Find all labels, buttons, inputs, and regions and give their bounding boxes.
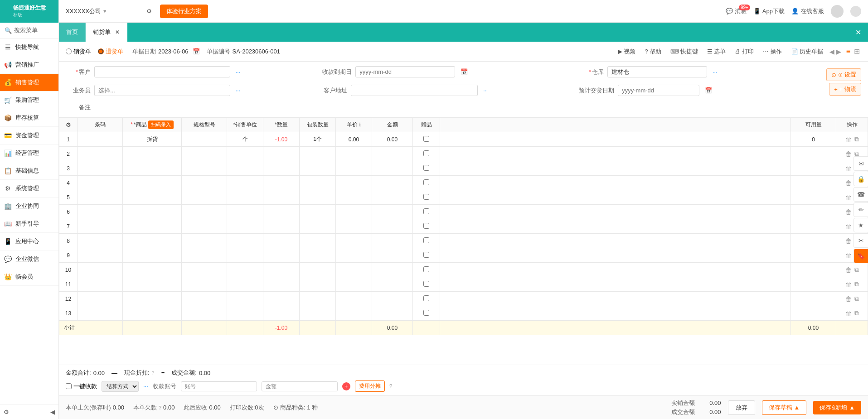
cell-qty[interactable] (263, 277, 300, 292)
toolbar-help[interactable]: ? 帮助 (642, 47, 664, 57)
tab-close-icon[interactable]: ✕ (115, 29, 120, 35)
toolbar-print[interactable]: 🖨 打印 (732, 47, 756, 57)
salesperson-input[interactable] (94, 85, 230, 96)
sidebar-item-应用中心[interactable]: 📱应用中心 (0, 233, 58, 250)
settlement-method-select[interactable]: 结算方式 (102, 381, 139, 392)
abandon-btn[interactable]: 放弃 (728, 400, 755, 415)
float-message-btn[interactable]: ✉ (853, 156, 868, 171)
payment-due-input[interactable] (355, 66, 455, 77)
next-page-icon[interactable]: ▶ (836, 48, 841, 55)
grid-view-btn[interactable]: ⊞ (853, 46, 861, 57)
user-avatar-secondary[interactable] (850, 6, 861, 17)
cell-goods[interactable] (123, 306, 182, 321)
cell-qty[interactable] (263, 176, 300, 190)
sidebar-item-资金管理[interactable]: 💳资金管理 (0, 127, 58, 144)
customer-address-input[interactable] (351, 85, 478, 96)
sidebar-item-营销推广[interactable]: 📢营销推广 (0, 56, 58, 74)
settings-action-btn[interactable]: ⊙ ⊙ 设置 (826, 68, 861, 81)
calendar-icon[interactable]: 📅 (193, 48, 200, 55)
save-new-btn[interactable]: 保存&新增 ▲ (813, 401, 861, 414)
customer-input[interactable] (94, 66, 230, 77)
cell-qty[interactable] (263, 306, 300, 321)
app-download-btn[interactable]: 📱 App下载 (753, 7, 785, 15)
float-star-btn[interactable]: ★ (853, 218, 868, 232)
sidebar-item-企业协同[interactable]: 🏢企业协同 (0, 197, 58, 215)
online-support-btn[interactable]: 👤 在线客服 (791, 7, 824, 15)
cell-goods[interactable] (123, 190, 182, 205)
logistics-action-btn[interactable]: + + 物流 (829, 83, 861, 96)
cell-gift[interactable] (413, 248, 440, 263)
cell-qty[interactable]: -1.00 (263, 132, 300, 147)
toolbar-history[interactable]: 📄 历史单据 (788, 47, 826, 57)
cell-gift[interactable] (413, 147, 440, 161)
prev-page-icon[interactable]: ◀ (829, 48, 834, 55)
delete-icon[interactable]: 🗑 (845, 281, 852, 288)
cell-goods[interactable] (123, 147, 182, 161)
toolbar-video[interactable]: ▶ 视频 (615, 47, 638, 57)
sidebar-item-企业微信[interactable]: 💬企业微信 (0, 250, 58, 268)
delete-icon[interactable]: 🗑 (845, 252, 852, 259)
delivery-calendar-icon[interactable]: 📅 (705, 87, 712, 94)
cell-qty[interactable] (263, 190, 300, 205)
customer-expand-icon[interactable]: ··· (236, 69, 240, 75)
delete-icon[interactable]: 🗑 (845, 310, 852, 317)
delete-icon[interactable]: 🗑 (845, 194, 852, 201)
sidebar-item-经营管理[interactable]: 📊经营管理 (0, 144, 58, 162)
sidebar-item-库存核算[interactable]: 📦库存核算 (0, 109, 58, 127)
delete-icon[interactable]: 🗑 (845, 223, 852, 230)
cell-qty[interactable] (263, 205, 300, 219)
copy-icon[interactable]: ⧉ (854, 135, 859, 143)
add-payment-btn[interactable]: + (342, 382, 350, 390)
trial-btn[interactable]: 体验行业方案 (160, 5, 208, 18)
one-click-checkbox[interactable] (66, 383, 72, 389)
cell-gift[interactable] (413, 219, 440, 234)
radio-return[interactable]: 退货单 (98, 48, 123, 56)
message-btn[interactable]: 💬 消息 99+ (726, 7, 747, 15)
one-click-payment-checkbox[interactable]: 一键收款 (66, 382, 97, 390)
tabbar-close-all[interactable]: ✕ (849, 23, 868, 42)
float-phone-btn[interactable]: ☎ (853, 187, 868, 202)
tab-sale-order[interactable]: 销货单 ✕ (86, 23, 127, 42)
sidebar-item-新手引导[interactable]: 📖新手引导 (0, 215, 58, 233)
save-draft-btn[interactable]: 保存草稿 ▲ (762, 400, 807, 415)
cell-gift[interactable] (413, 176, 440, 190)
user-avatar[interactable] (831, 5, 844, 18)
cell-gift[interactable] (413, 306, 440, 321)
delete-icon[interactable]: 🗑 (845, 237, 852, 245)
cell-qty[interactable] (263, 292, 300, 306)
delete-icon[interactable]: 🗑 (845, 150, 852, 158)
toolbar-operations[interactable]: ⋯ 操作 (760, 47, 785, 57)
float-bookmark-btn[interactable]: 🔖 (853, 249, 868, 263)
cell-gift[interactable] (413, 132, 440, 147)
cell-goods[interactable]: 拆货 (123, 132, 182, 147)
list-view-btn[interactable]: ≡ (845, 47, 852, 57)
sidebar-search[interactable]: 🔍 搜索菜单 (0, 23, 58, 39)
copy-icon[interactable]: ⧉ (854, 309, 859, 317)
sidebar-item-采购管理[interactable]: 🛒采购管理 (0, 92, 58, 109)
cell-goods[interactable] (123, 161, 182, 176)
delete-icon[interactable]: 🗑 (845, 136, 852, 143)
settlement-expand-icon[interactable]: ··· (143, 383, 148, 390)
cell-goods[interactable] (123, 234, 182, 248)
cell-gift[interactable] (413, 161, 440, 176)
cell-goods[interactable] (123, 205, 182, 219)
copy-icon[interactable]: ⧉ (854, 280, 859, 288)
fee-split-btn[interactable]: 费用分摊 (355, 380, 385, 392)
cell-qty[interactable] (263, 161, 300, 176)
tab-home[interactable]: 首页 (59, 23, 86, 42)
cell-qty[interactable] (263, 219, 300, 234)
cell-qty[interactable] (263, 263, 300, 277)
cell-gift[interactable] (413, 190, 440, 205)
scan-btn[interactable]: 扫码录入 (148, 120, 174, 129)
cell-goods[interactable] (123, 248, 182, 263)
payment-due-calendar-icon[interactable]: 📅 (461, 68, 468, 75)
cell-qty[interactable] (263, 147, 300, 161)
cell-goods[interactable] (123, 277, 182, 292)
sidebar-collapse-icon[interactable]: ◀ (50, 409, 55, 415)
cell-gift[interactable] (413, 277, 440, 292)
cell-gift[interactable] (413, 234, 440, 248)
float-scissors-btn[interactable]: ✂ (853, 233, 868, 248)
toolbar-select[interactable]: ☰ 选单 (704, 47, 728, 57)
cell-goods[interactable] (123, 219, 182, 234)
delete-icon[interactable]: 🗑 (845, 266, 852, 274)
